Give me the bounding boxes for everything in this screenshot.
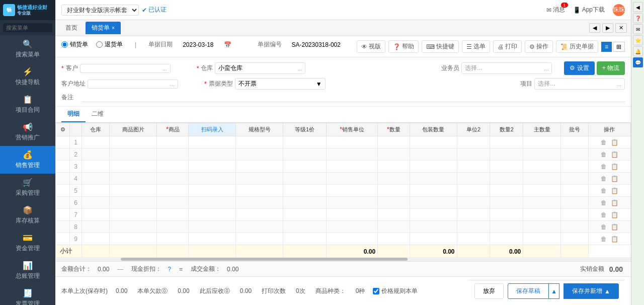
save-draft-btn[interactable]: 保存草稿 [508, 283, 549, 299]
row-main-qty-2[interactable] [523, 148, 561, 161]
user-avatar-btn[interactable]: 珠珠 [613, 4, 625, 16]
row-batch-2[interactable] [560, 148, 588, 161]
row-copy-icon-1[interactable]: 📋 [611, 139, 618, 146]
row-copy-icon-4[interactable]: 📋 [611, 175, 618, 182]
row-copy-icon-2[interactable]: 📋 [611, 151, 618, 158]
row-barcode-1[interactable] [189, 136, 236, 148]
row-main-qty-3[interactable] [523, 161, 561, 173]
row-spec-7[interactable] [236, 209, 283, 221]
abandon-btn[interactable]: 放弃 [474, 283, 504, 299]
select-btn[interactable]: ☰ 选单 [462, 40, 490, 53]
row-product-image-8[interactable] [110, 221, 157, 233]
address-input[interactable]: ... [88, 80, 178, 89]
price-check-checkbox[interactable] [373, 288, 379, 294]
row-delete-icon-3[interactable]: 🗑 [601, 163, 607, 170]
row-pack-qty-2[interactable] [410, 148, 457, 161]
row-unit2-9[interactable] [457, 233, 490, 245]
row-price-7[interactable] [283, 209, 326, 221]
row-price-6[interactable] [283, 197, 326, 209]
row-barcode-4[interactable] [189, 173, 236, 185]
shortcut-btn[interactable]: ⌨ 快捷键 [422, 40, 459, 53]
row-barcode-8[interactable] [189, 221, 236, 233]
tab-next-btn[interactable]: ▶ [602, 23, 613, 33]
row-main-qty-5[interactable] [523, 185, 561, 197]
row-unit2-5[interactable] [457, 185, 490, 197]
col-pack-qty[interactable]: 包装数量 [410, 123, 457, 136]
row-batch-9[interactable] [560, 233, 588, 245]
row-warehouse-3[interactable] [82, 161, 110, 173]
tab-detail[interactable]: 明细 [61, 107, 86, 122]
row-warehouse-9[interactable] [82, 233, 110, 245]
row-product-3[interactable] [157, 161, 189, 173]
row-copy-icon-8[interactable]: 📋 [611, 223, 618, 231]
row-delete-icon-5[interactable]: 🗑 [601, 187, 607, 194]
salesperson-ellipsis-btn[interactable]: ... [544, 65, 548, 71]
sales-order-radio-label[interactable]: 销货单 [61, 40, 88, 49]
row-product-image-4[interactable] [110, 173, 157, 185]
row-barcode-5[interactable] [189, 185, 236, 197]
add-logistics-btn[interactable]: + 物流 [597, 61, 625, 75]
row-delete-icon-2[interactable]: 🗑 [601, 151, 607, 158]
row-qty-1[interactable] [378, 136, 410, 148]
save-new-btn[interactable]: 保存并新增 ▲ [564, 283, 619, 299]
row-pack-qty-4[interactable] [410, 173, 457, 185]
row-price-8[interactable] [283, 221, 326, 233]
row-batch-3[interactable] [560, 161, 588, 173]
right-panel-collapse-btn[interactable]: ◀ [633, 2, 643, 12]
row-main-qty-9[interactable] [523, 233, 561, 245]
address-ellipsis-btn[interactable]: ... [170, 81, 175, 87]
col-warehouse[interactable]: 仓库 [82, 123, 110, 136]
company-select[interactable]: 好业财专业版演示帐套 [61, 5, 139, 16]
sidebar-item-marketing[interactable]: 📢 营销推广 [0, 118, 55, 146]
row-warehouse-1[interactable] [82, 136, 110, 148]
setup-btn[interactable]: ⚙ 设置 [564, 61, 594, 75]
row-spec-9[interactable] [236, 233, 283, 245]
save-draft-arrow-btn[interactable]: ▲ [549, 283, 559, 299]
col-price[interactable]: 等级1价 [283, 123, 326, 136]
row-unit2-6[interactable] [457, 197, 490, 209]
view-btn[interactable]: 👁 视版 [357, 40, 385, 53]
col-batch[interactable]: 批号 [560, 123, 588, 136]
customer-input[interactable]: ... [80, 64, 171, 73]
row-spec-1[interactable] [236, 136, 283, 148]
row-product-8[interactable] [157, 221, 189, 233]
sidebar-item-invoice[interactable]: 🧾 发票管理 [0, 284, 55, 305]
row-unit2-2[interactable] [457, 148, 490, 161]
row-unit-1[interactable] [326, 136, 377, 148]
row-unit-6[interactable] [326, 197, 377, 209]
sidebar-item-quick-nav[interactable]: ⚡ 快捷导航 [0, 63, 55, 91]
row-qty2-6[interactable] [490, 197, 523, 209]
row-product-5[interactable] [157, 185, 189, 197]
tab-sales-order[interactable]: 销货单 × [86, 22, 121, 34]
row-product-image-7[interactable] [110, 209, 157, 221]
row-warehouse-2[interactable] [82, 148, 110, 161]
row-qty2-4[interactable] [490, 173, 523, 185]
invoice-type-select[interactable]: 不开票 ▼ [235, 78, 326, 90]
col-product[interactable]: *商品 [157, 123, 189, 136]
row-qty2-5[interactable] [490, 185, 523, 197]
row-unit-7[interactable] [326, 209, 377, 221]
horizontal-scrollbar[interactable] [55, 257, 631, 261]
sidebar-item-inventory[interactable]: 📦 库存核算 [0, 201, 55, 229]
row-qty-9[interactable] [378, 233, 410, 245]
tab-close-all-btn[interactable]: ✕ [615, 23, 627, 33]
row-price-1[interactable] [283, 136, 326, 148]
row-delete-icon-4[interactable]: 🗑 [601, 175, 607, 182]
row-pack-qty-3[interactable] [410, 161, 457, 173]
row-price-4[interactable] [283, 173, 326, 185]
right-panel-message-btn[interactable]: ✉ [633, 24, 643, 34]
row-delete-icon-9[interactable]: 🗑 [601, 236, 607, 243]
row-copy-icon-5[interactable]: 📋 [611, 187, 618, 194]
sidebar-item-search[interactable]: 🔍 搜索菜单 [0, 35, 55, 63]
row-pack-qty-9[interactable] [410, 233, 457, 245]
row-batch-1[interactable] [560, 136, 588, 148]
row-spec-6[interactable] [236, 197, 283, 209]
row-qty-3[interactable] [378, 161, 410, 173]
row-qty-6[interactable] [378, 197, 410, 209]
row-product-image-2[interactable] [110, 148, 157, 161]
row-unit2-1[interactable] [457, 136, 490, 148]
row-product-image-6[interactable] [110, 197, 157, 209]
tab-home[interactable]: 首页 [59, 22, 84, 34]
row-barcode-9[interactable] [189, 233, 236, 245]
row-unit-3[interactable] [326, 161, 377, 173]
